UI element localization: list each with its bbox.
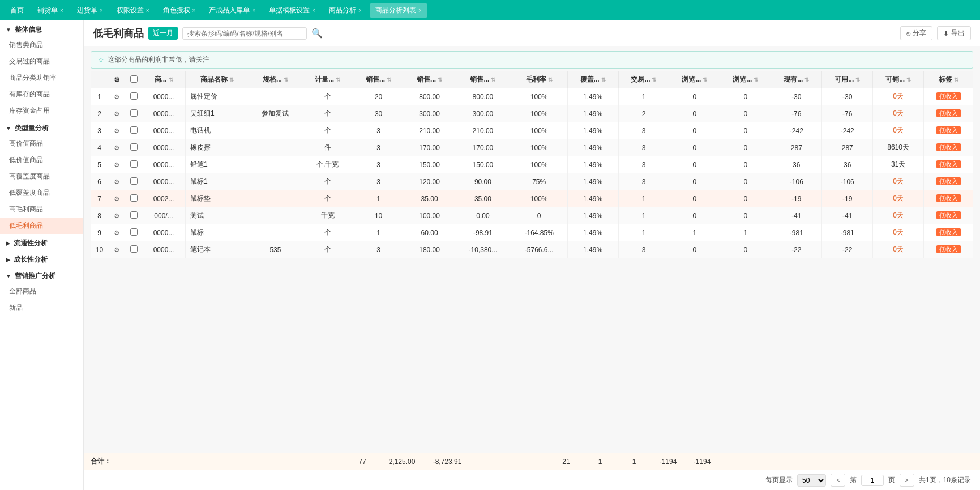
col-browse2[interactable]: 浏览...⇅ xyxy=(720,71,771,88)
sidebar-item-traded-goods[interactable]: 交易过的商品 xyxy=(0,53,83,70)
nav-close-product-in[interactable]: × xyxy=(252,7,255,14)
sidebar-item-high-coverage[interactable]: 高覆盖度商品 xyxy=(0,168,83,185)
table-container[interactable]: ⚙ 商...⇅ 商品名称⇅ 规格...⇅ 计量...⇅ 销售...⇅ 销售...… xyxy=(91,71,973,453)
nav-item-analysis[interactable]: 商品分析 × xyxy=(323,3,367,18)
cell-gear[interactable]: ⚙ xyxy=(108,190,126,207)
sidebar-group-type[interactable]: ▼ 类型量分析 xyxy=(0,119,83,135)
row-checkbox[interactable] xyxy=(130,160,138,168)
sort-cover-icon[interactable]: ⇅ xyxy=(601,76,606,83)
sort-trans-icon[interactable]: ⇅ xyxy=(652,76,656,83)
sidebar-group-marketing[interactable]: ▼ 营销推广分析 xyxy=(0,267,83,283)
cell-gear[interactable]: ⚙ xyxy=(108,241,126,258)
col-current-stock[interactable]: 现有...⇅ xyxy=(771,71,822,88)
prev-page-button[interactable]: ＜ xyxy=(831,474,845,487)
row-checkbox[interactable] xyxy=(130,211,138,219)
col-gross-rate[interactable]: 毛利率⇅ xyxy=(511,71,567,88)
sidebar-item-stock-goods[interactable]: 有库存的商品 xyxy=(0,86,83,103)
sort-name-icon[interactable]: ⇅ xyxy=(229,76,234,83)
nav-item-analysis-list[interactable]: 商品分析列表 × xyxy=(370,3,427,18)
nav-item-home[interactable]: 首页 xyxy=(5,3,29,18)
sidebar-item-low-coverage[interactable]: 低覆盖度商品 xyxy=(0,185,83,201)
sort-tag-icon[interactable]: ⇅ xyxy=(954,76,958,83)
cell-gear[interactable]: ⚙ xyxy=(108,105,126,122)
cell-check[interactable] xyxy=(126,190,142,207)
sort-sales-qty-icon[interactable]: ⇅ xyxy=(387,76,391,83)
col-spec[interactable]: 规格...⇅ xyxy=(249,71,302,88)
col-trans[interactable]: 交易...⇅ xyxy=(618,71,669,88)
sidebar-item-low-margin[interactable]: 低毛利商品 xyxy=(0,218,83,234)
search-button[interactable]: 🔍 xyxy=(311,28,323,39)
sort-stock-icon[interactable]: ⇅ xyxy=(804,76,809,83)
cell-check[interactable] xyxy=(126,88,142,105)
row-checkbox[interactable] xyxy=(130,109,138,117)
row-checkbox[interactable] xyxy=(130,194,138,202)
col-sales-price[interactable]: 销售...⇅ xyxy=(404,71,455,88)
nav-close-role[interactable]: × xyxy=(192,7,196,14)
col-cover-rate[interactable]: 覆盖...⇅ xyxy=(567,71,618,88)
sidebar-item-high-margin[interactable]: 高毛利商品 xyxy=(0,201,83,218)
col-browse1[interactable]: 浏览...⇅ xyxy=(669,71,720,88)
nav-close-purchase[interactable]: × xyxy=(100,7,103,14)
cell-check[interactable] xyxy=(126,156,142,173)
col-name[interactable]: 商品名称⇅ xyxy=(186,71,249,88)
col-tag[interactable]: 标签⇅ xyxy=(924,71,973,88)
col-unit[interactable]: 计量...⇅ xyxy=(302,71,353,88)
cell-gear[interactable]: ⚙ xyxy=(108,173,126,190)
col-gear[interactable]: ⚙ xyxy=(108,71,126,88)
cell-check[interactable] xyxy=(126,241,142,258)
col-sellable[interactable]: 可销...⇅ xyxy=(873,71,924,88)
cell-gear[interactable]: ⚙ xyxy=(108,139,126,156)
sort-gross-icon[interactable]: ⇅ xyxy=(548,76,553,83)
sidebar-item-all-goods[interactable]: 全部商品 xyxy=(0,283,83,300)
row-checkbox[interactable] xyxy=(130,245,138,253)
sort-browse2-icon[interactable]: ⇅ xyxy=(754,76,758,83)
sidebar-item-new-goods[interactable]: 新品 xyxy=(0,300,83,316)
col-available[interactable]: 可用...⇅ xyxy=(822,71,873,88)
nav-close-analysis-list[interactable]: × xyxy=(418,7,422,14)
col-sales-qty[interactable]: 销售...⇅ xyxy=(353,71,404,88)
sidebar-item-category-rate[interactable]: 商品分类助销率 xyxy=(0,70,83,86)
cell-check[interactable] xyxy=(126,105,142,122)
nav-item-template[interactable]: 单据模板设置 × xyxy=(263,3,321,18)
row-checkbox[interactable] xyxy=(130,92,138,100)
nav-item-permission[interactable]: 权限设置 × xyxy=(111,3,155,18)
cell-gear[interactable]: ⚙ xyxy=(108,207,126,224)
cell-check[interactable] xyxy=(126,173,142,190)
row-checkbox[interactable] xyxy=(130,177,138,185)
cell-gear[interactable]: ⚙ xyxy=(108,224,126,241)
cell-gear[interactable]: ⚙ xyxy=(108,122,126,139)
sort-available-icon[interactable]: ⇅ xyxy=(855,76,860,83)
cell-gear[interactable]: ⚙ xyxy=(108,88,126,105)
cell-check[interactable] xyxy=(126,139,142,156)
next-page-button[interactable]: ＞ xyxy=(900,474,914,487)
cell-check[interactable] xyxy=(126,122,142,139)
sidebar-group-growth[interactable]: ▶ 成长性分析 xyxy=(0,250,83,267)
sort-code-icon[interactable]: ⇅ xyxy=(169,76,173,83)
cell-gear[interactable]: ⚙ xyxy=(108,156,126,173)
period-button[interactable]: 近一月 xyxy=(148,27,178,40)
col-code[interactable]: 商...⇅ xyxy=(142,71,186,88)
cell-check[interactable] xyxy=(126,207,142,224)
cell-check[interactable] xyxy=(126,224,142,241)
page-size-select[interactable]: 50 100 xyxy=(797,474,826,487)
col-check[interactable] xyxy=(126,71,142,88)
sidebar-item-high-value[interactable]: 高价值商品 xyxy=(0,135,83,152)
sort-browse1-icon[interactable]: ⇅ xyxy=(703,76,707,83)
page-number-input[interactable] xyxy=(861,475,884,486)
cell-browse1[interactable]: 1 xyxy=(669,224,720,241)
share-button[interactable]: ⎋ 分享 xyxy=(900,26,932,40)
export-button[interactable]: ⬇ 导出 xyxy=(937,26,971,40)
sidebar-group-flow[interactable]: ▶ 流通性分析 xyxy=(0,234,83,250)
sort-spec-icon[interactable]: ⇅ xyxy=(284,76,288,83)
sidebar-item-low-value[interactable]: 低价值商品 xyxy=(0,152,83,168)
nav-close-permission[interactable]: × xyxy=(146,7,149,14)
sidebar-item-stock-capital[interactable]: 库存资金占用 xyxy=(0,103,83,119)
col-sales-amount[interactable]: 销售...⇅ xyxy=(455,71,511,88)
nav-close-analysis[interactable]: × xyxy=(358,7,362,14)
sort-unit-icon[interactable]: ⇅ xyxy=(336,76,340,83)
sort-sales-price-icon[interactable]: ⇅ xyxy=(438,76,442,83)
row-checkbox[interactable] xyxy=(130,228,138,236)
sidebar-group-overall[interactable]: ▼ 整体信息 xyxy=(0,20,83,37)
nav-close-sales[interactable]: × xyxy=(60,7,63,14)
sort-sales-amount-icon[interactable]: ⇅ xyxy=(491,76,495,83)
